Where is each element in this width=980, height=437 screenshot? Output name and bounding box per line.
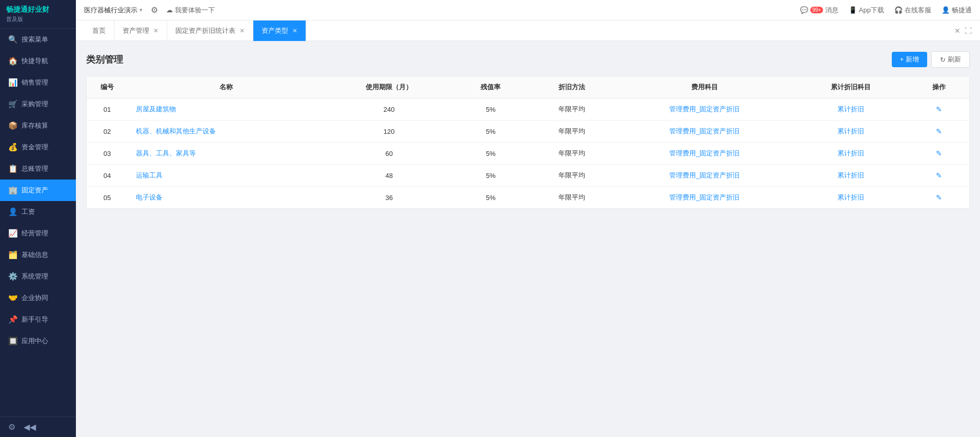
- edit-icon[interactable]: ✎: [936, 149, 942, 157]
- edit-icon[interactable]: ✎: [936, 127, 942, 135]
- main-area: 医疗器械行业演示 ▾ ⚙ ☁ 我要体验一下 💬99+消息📱App下载🎧在线客服👤…: [76, 0, 980, 437]
- sidebar-item-appcenter[interactable]: 🔲应用中心: [0, 330, 76, 352]
- col-usage-period: 240: [325, 98, 453, 121]
- new-button[interactable]: + 新增: [892, 52, 927, 67]
- sidebar-item-quicknav[interactable]: 🏠快捷导航: [0, 50, 76, 72]
- tab-asset_mgmt[interactable]: 资产管理✕: [114, 21, 167, 41]
- edit-icon[interactable]: ✎: [936, 193, 942, 202]
- payroll-icon: 👤: [8, 207, 17, 216]
- col-depreciation-method: 年限平均: [528, 98, 616, 121]
- header-left: 医疗器械行业演示 ▾ ⚙ ☁ 我要体验一下: [84, 5, 215, 15]
- sidebar-item-fixed_assets[interactable]: 🏢固定资产: [0, 180, 76, 201]
- sidebar-item-ledger[interactable]: 📋总账管理: [0, 158, 76, 180]
- refresh-button[interactable]: ↻ 刷新: [931, 51, 970, 68]
- logo-title: 畅捷通好业财: [6, 5, 70, 14]
- col-code: 05: [87, 187, 128, 209]
- sidebar-bottom: ⚙ ◀◀: [0, 416, 76, 437]
- trial-button[interactable]: ☁ 我要体验一下: [166, 6, 215, 15]
- col-accum-subject: 累计折旧: [793, 187, 909, 209]
- header-settings-icon[interactable]: ⚙: [151, 5, 158, 15]
- badge-messages: 99+: [810, 7, 823, 13]
- cloud-icon: ☁: [166, 6, 173, 14]
- header-customer_service[interactable]: 🎧在线客服: [894, 6, 931, 15]
- sidebar-item-label: 固定资产: [22, 186, 48, 195]
- tab-close-asset_mgmt[interactable]: ✕: [153, 27, 158, 34]
- col-name[interactable]: 机器、机械和其他生产设备: [128, 121, 325, 143]
- col-header: 操作: [908, 76, 969, 98]
- tab-asset_type[interactable]: 资产类型✕: [253, 21, 306, 41]
- table-row: 01 房屋及建筑物 240 5% 年限平均 管理费用_固定资产折旧 累计折旧 ✎: [87, 98, 969, 121]
- asset-type-table: 编号名称使用期限（月）残值率折旧方法费用科目累计折旧科目操作 01 房屋及建筑物…: [87, 76, 969, 208]
- app_download-label: App下载: [859, 6, 884, 15]
- col-depreciation-method: 年限平均: [528, 143, 616, 165]
- sidebar-item-operations[interactable]: 📈经营管理: [0, 223, 76, 244]
- sidebar-item-guide[interactable]: 📌新手引导: [0, 309, 76, 330]
- table-row: 05 电子设备 36 5% 年限平均 管理费用_固定资产折旧 累计折旧 ✎: [87, 187, 969, 209]
- sidebar-item-label: 基础信息: [22, 250, 48, 260]
- page-header: 类别管理 + 新增 ↻ 刷新: [86, 51, 970, 68]
- refresh-icon: ↻: [940, 56, 946, 64]
- col-header: 累计折旧科目: [793, 76, 909, 98]
- sidebar-item-enterprise[interactable]: 🤝企业协同: [0, 287, 76, 309]
- sidebar-item-system[interactable]: ⚙️系统管理: [0, 266, 76, 287]
- col-operations: ✎: [908, 121, 969, 143]
- user-icon: 👤: [942, 6, 950, 14]
- col-accum-subject: 累计折旧: [793, 165, 909, 187]
- customer_service-icon: 🎧: [894, 6, 903, 14]
- collapse-icon[interactable]: ◀◀: [24, 422, 36, 432]
- col-depreciation-method: 年限平均: [528, 121, 616, 143]
- fixed_assets-icon: 🏢: [8, 186, 17, 195]
- sidebar-item-basics[interactable]: 🗂️基础信息: [0, 244, 76, 266]
- sidebar-item-funds[interactable]: 💰资金管理: [0, 136, 76, 158]
- tab-close-asset_type[interactable]: ✕: [292, 27, 297, 34]
- col-expense-subject: 管理费用_固定资产折旧: [616, 165, 793, 187]
- table-body: 01 房屋及建筑物 240 5% 年限平均 管理费用_固定资产折旧 累计折旧 ✎…: [87, 98, 969, 209]
- page-actions: + 新增 ↻ 刷新: [892, 51, 970, 68]
- header-user[interactable]: 👤畅捷通: [942, 6, 972, 15]
- sidebar-item-purchase[interactable]: 🛒采购管理: [0, 93, 76, 115]
- sidebar-item-inventory[interactable]: 📦库存核算: [0, 115, 76, 136]
- col-name[interactable]: 房屋及建筑物: [128, 98, 325, 121]
- quicknav-icon: 🏠: [8, 56, 17, 66]
- table-header-row: 编号名称使用期限（月）残值率折旧方法费用科目累计折旧科目操作: [87, 76, 969, 98]
- edit-icon[interactable]: ✎: [936, 171, 942, 180]
- expand-window-icon[interactable]: ⛶: [965, 27, 972, 35]
- header-messages[interactable]: 💬99+消息: [800, 6, 838, 15]
- header-right: 💬99+消息📱App下载🎧在线客服👤畅捷通: [800, 6, 972, 15]
- content-area: 类别管理 + 新增 ↻ 刷新 编号名称使用期限（月）残值率折旧方法费用科目累计折…: [76, 41, 980, 437]
- tab-label-depreciation_table: 固定资产折旧统计表: [175, 26, 235, 35]
- col-name[interactable]: 电子设备: [128, 187, 325, 209]
- ledger-icon: 📋: [8, 164, 17, 173]
- customer_service-label: 在线客服: [905, 6, 931, 15]
- sidebar-item-label: 工资: [22, 207, 35, 216]
- col-accum-subject: 累计折旧: [793, 121, 909, 143]
- basics-icon: 🗂️: [8, 250, 17, 260]
- col-header: 折旧方法: [528, 76, 616, 98]
- header-app_download[interactable]: 📱App下载: [849, 6, 884, 15]
- col-operations: ✎: [908, 98, 969, 121]
- col-usage-period: 60: [325, 143, 453, 165]
- col-expense-subject: 管理费用_固定资产折旧: [616, 121, 793, 143]
- system-icon: ⚙️: [8, 272, 17, 281]
- col-name[interactable]: 运输工具: [128, 165, 325, 187]
- data-table-container: 编号名称使用期限（月）残值率折旧方法费用科目累计折旧科目操作 01 房屋及建筑物…: [86, 76, 970, 209]
- col-operations: ✎: [908, 165, 969, 187]
- settings-icon[interactable]: ⚙: [8, 422, 15, 432]
- col-code: 01: [87, 98, 128, 121]
- dropdown-arrow-icon: ▾: [139, 7, 143, 13]
- company-selector[interactable]: 医疗器械行业演示 ▾: [84, 6, 143, 15]
- col-name[interactable]: 器具、工具、家具等: [128, 143, 325, 165]
- sidebar-item-sales[interactable]: 📊销售管理: [0, 72, 76, 93]
- sidebar-item-label: 采购管理: [22, 100, 48, 109]
- tab-depreciation_table[interactable]: 固定资产折旧统计表✕: [167, 21, 253, 41]
- sales-icon: 📊: [8, 78, 17, 87]
- col-operations: ✎: [908, 143, 969, 165]
- tab-close-depreciation_table[interactable]: ✕: [239, 27, 245, 34]
- col-usage-period: 48: [325, 165, 453, 187]
- close-window-icon[interactable]: ✕: [954, 27, 961, 35]
- col-residual-rate: 5%: [453, 98, 528, 121]
- tab-home[interactable]: 首页: [84, 21, 114, 41]
- edit-icon[interactable]: ✎: [936, 105, 942, 113]
- sidebar-item-payroll[interactable]: 👤工资: [0, 201, 76, 223]
- sidebar-item-search[interactable]: 🔍搜索菜单: [0, 29, 76, 50]
